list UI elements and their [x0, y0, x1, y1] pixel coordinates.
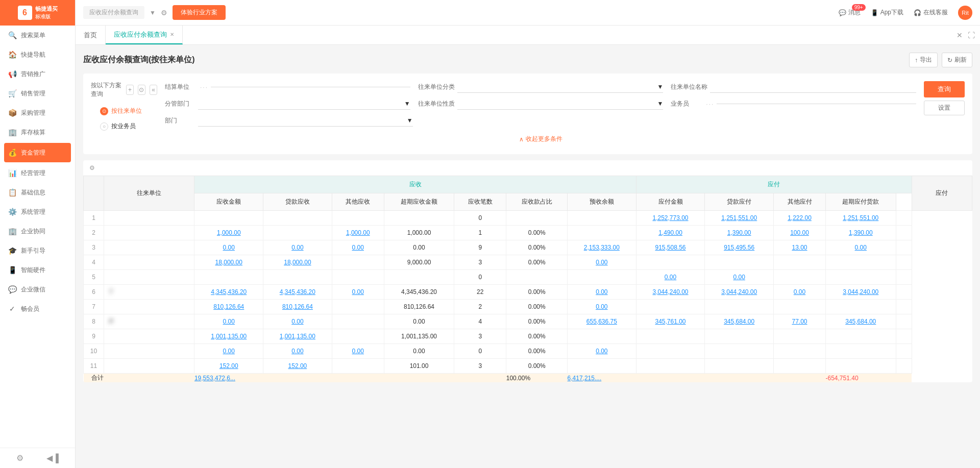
- filter-collapse-button[interactable]: ∧ 收起更多条件: [165, 132, 916, 146]
- table-cell[interactable]: 0.00: [263, 344, 332, 359]
- table-cell[interactable]: 152.00: [194, 359, 263, 374]
- table-cell[interactable]: 915,508.56: [636, 240, 705, 255]
- tab-close-all-icon[interactable]: ✕: [957, 31, 963, 39]
- table-cell[interactable]: 1,001,135.00: [263, 329, 332, 344]
- sidebar-item-enterprise[interactable]: 🏢 企业协同: [0, 221, 75, 241]
- table-cell[interactable]: 2,153,333.00: [568, 240, 636, 255]
- tab-ar-ap[interactable]: 应收应付余额查询 ✕: [106, 26, 183, 44]
- table-cell[interactable]: 0.00: [194, 240, 263, 255]
- sidebar-item-smart-hw[interactable]: 📱 智能硬件: [0, 260, 75, 280]
- topbar: 应收应付余额查询 ▼ ⚙ 体验行业方案 💬 消息 99+ 📱 App下载 🎧 在…: [76, 0, 980, 26]
- table-cell[interactable]: 0.00: [568, 285, 636, 300]
- sidebar-settings-icon[interactable]: ⚙: [16, 453, 23, 463]
- refresh-button[interactable]: ↻ 刷新: [942, 53, 972, 67]
- table-cell[interactable]: 1,390.00: [705, 226, 774, 240]
- table-cell[interactable]: 0.00: [568, 255, 636, 270]
- table-cell[interactable]: 0.00: [568, 300, 636, 314]
- table-cell[interactable]: 0.00: [332, 344, 384, 359]
- table-cell[interactable]: 0.00: [263, 240, 332, 255]
- table-cell[interactable]: 655,636.75: [568, 314, 636, 329]
- sidebar-item-marketing[interactable]: 📢 营销推广: [0, 64, 75, 84]
- filter-option-by-staff-label: 按业务员: [111, 122, 136, 131]
- online-service-button[interactable]: 🎧 在线客服: [914, 8, 948, 17]
- table-cell[interactable]: 77.00: [774, 314, 826, 329]
- filter-add-button[interactable]: +: [126, 85, 134, 95]
- table-cell[interactable]: 1,490.00: [636, 226, 705, 240]
- table-cell[interactable]: 1,390.00: [826, 226, 896, 240]
- table-cell[interactable]: 0.00: [705, 270, 774, 285]
- sidebar-item-quick-nav[interactable]: 🏠 快捷导航: [0, 45, 75, 64]
- topbar-settings-icon[interactable]: ⚙: [161, 9, 167, 17]
- table-cell[interactable]: 1,000.00: [332, 226, 384, 240]
- table-cell[interactable]: 0.00: [194, 314, 263, 329]
- footer-ar-total[interactable]: 19,553,472,6...: [194, 374, 263, 383]
- table-scroll-area[interactable]: 往来单位 应收 应付 应付 应收金额 贷款应收 其他应收 超期应收金额 应收笔数…: [83, 176, 972, 382]
- table-cell[interactable]: 1,001,135.00: [194, 329, 263, 344]
- filter-option-by-staff[interactable]: ○ 按业务员: [96, 120, 157, 133]
- sidebar-item-purchase[interactable]: 📦 采购管理: [0, 103, 75, 122]
- partner-category-select[interactable]: ▼: [457, 81, 664, 93]
- table-cell[interactable]: 0.00: [263, 314, 332, 329]
- table-cell[interactable]: 915,495.56: [705, 240, 774, 255]
- table-cell[interactable]: 345,684.00: [826, 314, 896, 329]
- table-cell[interactable]: 13.00: [774, 240, 826, 255]
- sidebar-item-inventory[interactable]: 🏢 库存核算: [0, 122, 75, 142]
- topbar-dropdown-icon[interactable]: ▼: [150, 9, 156, 16]
- export-button[interactable]: ↑ 导出: [909, 53, 938, 67]
- table-cell[interactable]: 0.00: [194, 344, 263, 359]
- tab-close-icon[interactable]: ✕: [170, 32, 174, 37]
- table-cell[interactable]: 100.00: [774, 226, 826, 240]
- footer-prepaid[interactable]: 6,417,215....: [568, 374, 636, 383]
- dept-manager-select[interactable]: ▼: [198, 98, 410, 110]
- sidebar-item-basic-info[interactable]: 📋 基础信息: [0, 183, 75, 202]
- table-cell[interactable]: 4,345,436.20: [194, 285, 263, 300]
- sidebar-item-guide[interactable]: 🎓 新手引导: [0, 241, 75, 260]
- table-cell[interactable]: 0.00: [332, 285, 384, 300]
- table-cell[interactable]: 345,684.00: [705, 314, 774, 329]
- partner-name-input[interactable]: [710, 81, 916, 93]
- partner-nature-select[interactable]: ▼: [457, 98, 664, 110]
- sidebar-item-wechat[interactable]: 💬 企业微信: [0, 280, 75, 299]
- table-cell[interactable]: 18,000.00: [263, 255, 332, 270]
- tab-fullscreen-icon[interactable]: ⛶: [968, 31, 975, 39]
- table-cell[interactable]: 3,044,240.00: [636, 285, 705, 300]
- table-cell[interactable]: 1,222.00: [774, 211, 826, 226]
- filter-option-by-unit[interactable]: ⊙ 按往来单位: [96, 105, 157, 117]
- filter-settings-button[interactable]: ⊙: [138, 85, 145, 95]
- table-cell[interactable]: 4,345,436.20: [263, 285, 332, 300]
- tab-home[interactable]: 首页: [76, 26, 106, 44]
- table-cell[interactable]: 810,126.64: [194, 300, 263, 314]
- table-cell[interactable]: 0.00: [332, 240, 384, 255]
- table-cell[interactable]: 3,044,240.00: [826, 285, 896, 300]
- dept-select[interactable]: ▼: [198, 115, 413, 127]
- app-download-button[interactable]: 📱 App下载: [871, 8, 903, 17]
- table-cell[interactable]: 1,000.00: [194, 226, 263, 240]
- sidebar-item-finance[interactable]: 💰 资金管理: [4, 143, 71, 162]
- sidebar-collapse-icon[interactable]: ◀▐: [46, 453, 58, 463]
- settings-button[interactable]: 设置: [924, 101, 965, 115]
- sidebar-item-system[interactable]: ⚙️ 系统管理: [0, 202, 75, 221]
- table-cell[interactable]: 0.00: [636, 270, 705, 285]
- filter-collapse-button[interactable]: «: [150, 85, 157, 95]
- table-cell[interactable]: 1,252,773.00: [636, 211, 705, 226]
- table-cell[interactable]: 1,251,551.00: [705, 211, 774, 226]
- query-button[interactable]: 查询: [924, 81, 965, 97]
- table-cell[interactable]: 1,251,551.00: [826, 211, 896, 226]
- table-cell[interactable]: 152.00: [263, 359, 332, 374]
- solution-button[interactable]: 体验行业方案: [173, 5, 226, 20]
- user-avatar[interactable]: Rit: [958, 6, 972, 20]
- sidebar-item-operation[interactable]: 📊 经营管理: [0, 163, 75, 183]
- table-cell[interactable]: 3,044,240.00: [705, 285, 774, 300]
- table-cell[interactable]: 345,761.00: [636, 314, 705, 329]
- sidebar-item-search-menu[interactable]: 🔍 搜索菜单: [0, 26, 75, 45]
- table-cell[interactable]: 0.00: [774, 285, 826, 300]
- sidebar-item-sales[interactable]: 🛒 销售管理: [0, 84, 75, 103]
- topbar-breadcrumb: 应收应付余额查询: [83, 6, 144, 19]
- table-cell[interactable]: 0.00: [826, 240, 896, 255]
- table-settings-icon[interactable]: ⚙: [89, 164, 95, 171]
- table-cell[interactable]: 18,000.00: [194, 255, 263, 270]
- message-button[interactable]: 💬 消息 99+: [839, 8, 861, 17]
- table-cell[interactable]: 810,126.64: [263, 300, 332, 314]
- sidebar-item-member[interactable]: ✓ 畅会员: [0, 299, 75, 318]
- table-cell[interactable]: 0.00: [568, 344, 636, 359]
